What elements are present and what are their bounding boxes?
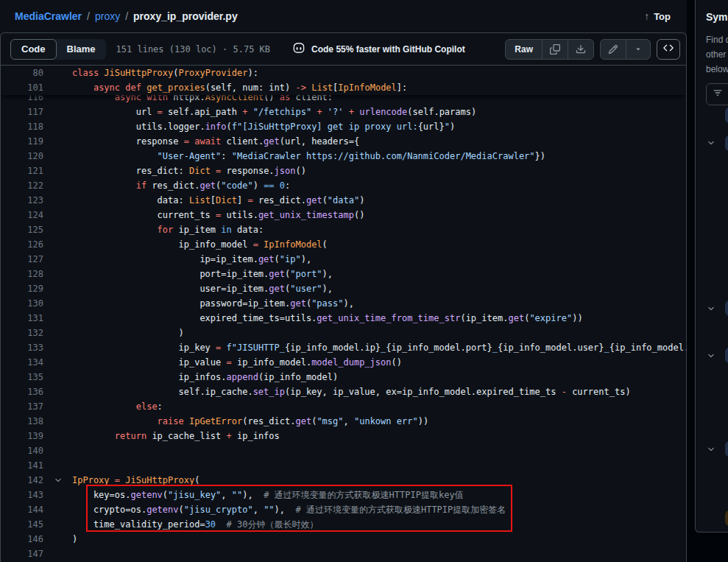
expander-slot xyxy=(43,80,72,95)
line-number[interactable]: 135 xyxy=(1,370,43,384)
code-text: IpProxy = JiSuHttpProxy( xyxy=(72,473,686,488)
line-number[interactable]: 125 xyxy=(1,222,43,237)
expander-slot xyxy=(43,326,72,340)
tab-code[interactable]: Code xyxy=(10,39,57,60)
code-line: 120 "User-Agent": "MediaCrawler https://… xyxy=(1,149,686,164)
line-number[interactable]: 143 xyxy=(1,488,43,502)
expander-slot xyxy=(43,370,72,384)
tab-blame[interactable]: Blame xyxy=(57,39,106,60)
code-text: ip_info_model = IpInfoModel( xyxy=(72,237,686,252)
download-raw-button[interactable] xyxy=(568,40,593,59)
code-text: ip_key = f"JISUHTTP_{ip_info_model.ip}_{… xyxy=(72,340,686,355)
copilot-banner: Code 55% faster with GitHub Copilot xyxy=(292,42,465,57)
breadcrumb-folder-link[interactable]: proxy xyxy=(95,10,120,22)
expand-chevron-icon[interactable] xyxy=(707,350,715,363)
symbols-panel-toggle-button[interactable] xyxy=(657,39,680,60)
code-blame-switch: Code Blame xyxy=(10,39,106,60)
line-number[interactable]: 144 xyxy=(1,502,43,517)
line-number[interactable]: 141 xyxy=(1,458,43,473)
code-text: return ip_cache_list + ip_infos xyxy=(72,429,686,443)
symbols-panel-title: Symbols xyxy=(706,11,728,23)
symbol-chip[interactable] xyxy=(725,136,728,151)
code-text: key=os.getenv("jisu_key", ""), # 通过环境变量的… xyxy=(72,488,686,502)
edit-dropdown-button[interactable] xyxy=(626,40,650,59)
line-number[interactable]: 101 xyxy=(1,80,43,95)
line-number[interactable]: 119 xyxy=(1,134,43,149)
line-number[interactable]: 126 xyxy=(1,237,43,252)
code-line: 143 key=os.getenv("jisu_key", ""), # 通过环… xyxy=(1,488,686,502)
line-number[interactable]: 133 xyxy=(1,340,43,355)
code-line: 136 self.ip_cache.set_ip(ip_key, ip_valu… xyxy=(1,384,686,399)
line-number[interactable]: 139 xyxy=(1,429,43,443)
code-line: 127 ip=ip_item.get("ip"), xyxy=(1,252,686,267)
raw-button[interactable]: Raw xyxy=(506,40,542,59)
toolbar-actions: Raw xyxy=(505,39,680,60)
line-number[interactable]: 128 xyxy=(1,267,43,281)
code-line: 122 if res_dict.get("code") == 0: xyxy=(1,178,686,193)
line-number[interactable]: 80 xyxy=(1,66,43,80)
line-number[interactable]: 131 xyxy=(1,311,43,326)
code-text: port=ip_item.get("port"), xyxy=(72,267,686,281)
breadcrumb-separator: / xyxy=(125,10,128,22)
symbols-panel: Symbols Find definitions and references … xyxy=(695,0,728,533)
line-number[interactable]: 123 xyxy=(1,193,43,208)
code-line: 128 port=ip_item.get("port"), xyxy=(1,267,686,281)
description-line: Find definitions and references for func… xyxy=(706,32,728,47)
line-number[interactable]: 137 xyxy=(1,399,43,414)
symbols-filter-input[interactable] xyxy=(706,83,728,105)
line-number[interactable]: 130 xyxy=(1,296,43,311)
filter-icon xyxy=(713,88,723,101)
code-line: 125 for ip_item in data: xyxy=(1,222,686,237)
expander-slot xyxy=(43,252,72,267)
symbol-chip[interactable] xyxy=(725,301,728,316)
line-number[interactable]: 127 xyxy=(1,252,43,267)
edit-file-button[interactable] xyxy=(601,40,626,59)
expander-slot xyxy=(43,517,72,532)
expander-slot xyxy=(43,281,72,296)
symbol-chip-active[interactable] xyxy=(725,510,728,526)
symbol-chip[interactable] xyxy=(725,108,728,123)
scroll-to-top-button[interactable]: ↑ Top xyxy=(644,10,672,22)
pencil-icon xyxy=(608,44,618,55)
code-line: 119 response = await client.get(url, hea… xyxy=(1,134,686,149)
code-text: for ip_item in data: xyxy=(72,222,686,237)
line-number[interactable]: 118 xyxy=(1,119,43,134)
line-number[interactable]: 138 xyxy=(1,414,43,429)
copy-raw-button[interactable] xyxy=(542,40,568,59)
download-icon xyxy=(576,44,586,55)
symbol-chip[interactable] xyxy=(725,348,728,363)
breadcrumb-repo-link[interactable]: MediaCrawler xyxy=(15,10,82,22)
expander-slot xyxy=(43,164,72,178)
expand-chevron-icon[interactable] xyxy=(707,443,715,457)
line-number[interactable]: 122 xyxy=(1,178,43,193)
code-line: 142IpProxy = JiSuHttpProxy( xyxy=(1,473,686,488)
line-number[interactable]: 140 xyxy=(1,443,43,458)
line-number[interactable]: 145 xyxy=(1,517,43,532)
expander-slot xyxy=(43,443,72,458)
line-number[interactable]: 136 xyxy=(1,384,43,399)
code-line: 135 ip_infos.append(ip_info_model) xyxy=(1,370,686,384)
expander-slot xyxy=(43,237,72,252)
symbol-chip[interactable] xyxy=(725,441,728,457)
line-number[interactable]: 129 xyxy=(1,281,43,296)
expand-chevron-icon[interactable] xyxy=(707,303,715,316)
code-line: 137 else: xyxy=(1,399,686,414)
expander-slot xyxy=(43,66,72,80)
line-number[interactable]: 134 xyxy=(1,355,43,370)
expand-chevron-icon[interactable] xyxy=(707,137,715,150)
copy-icon xyxy=(550,44,560,55)
line-number[interactable]: 121 xyxy=(1,164,43,178)
line-number[interactable]: 146 xyxy=(1,532,43,547)
code-text: current_ts = utils.get_unix_timestamp() xyxy=(72,208,686,222)
line-number[interactable]: 147 xyxy=(1,547,43,561)
code-editor-area: 116 async with httpx.AsyncClient() as cl… xyxy=(1,66,686,562)
code-line: 138 raise IpGetError(res_dict.get("msg",… xyxy=(1,414,686,429)
line-number[interactable]: 120 xyxy=(1,149,43,164)
code-line: 132 ) xyxy=(1,326,686,340)
collapse-chevron-icon[interactable] xyxy=(43,473,72,488)
line-number[interactable]: 132 xyxy=(1,326,43,340)
description-line: below or by clicking in the code. xyxy=(706,62,728,77)
line-number[interactable]: 124 xyxy=(1,208,43,222)
line-number[interactable]: 142 xyxy=(1,473,43,488)
line-number[interactable]: 117 xyxy=(1,105,43,119)
